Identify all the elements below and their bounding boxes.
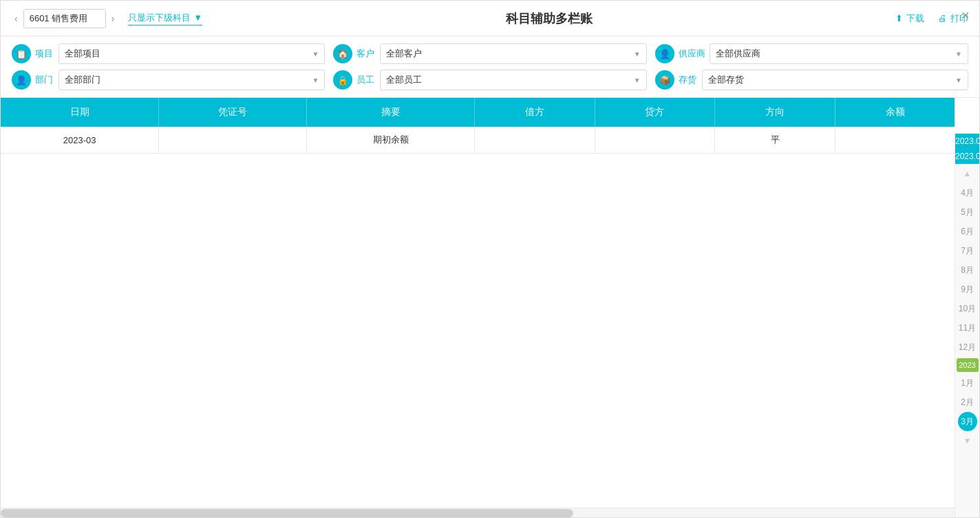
- timeline-month-8[interactable]: 8月: [955, 260, 980, 280]
- project-arrow-icon: ▼: [312, 50, 319, 58]
- customer-value: 全部客户: [386, 48, 422, 60]
- employee-value: 全部员工: [386, 74, 422, 86]
- filter-item-department: 👤 部门 全部部门 ▼: [12, 70, 325, 90]
- supplier-icon: 👤: [655, 44, 674, 63]
- filter-item-customer: 🏠 客户 全部客户 ▼: [333, 43, 646, 64]
- filter-row-1: 📋 项目 全部项目 ▼ 🏠 客户 全部客户 ▼ 👤 供应商: [12, 43, 968, 64]
- timeline-scroll-down[interactable]: ▼: [955, 431, 980, 450]
- employee-icon: 🔒: [333, 70, 352, 90]
- filter-item-supplier: 👤 供应商 全部供应商 ▼: [655, 43, 968, 64]
- cell-6: [835, 127, 955, 154]
- main-window: ✕ ‹ 6601 销售费用 › 只显示下级科目 ▼ 科目辅助多栏账 ⬆ 下载 🖨…: [0, 0, 980, 518]
- page-title: 科目辅助多栏账: [202, 10, 895, 27]
- inventory-value: 全部存货: [708, 74, 744, 86]
- inventory-label: 存货: [679, 74, 698, 86]
- timeline-sidebar: 2023.03 2023.03 ▲ 4月 5月 6月 7月 8月 9月 10月 …: [955, 134, 979, 517]
- timeline-month-12[interactable]: 12月: [955, 338, 980, 357]
- timeline-month-4[interactable]: 4月: [955, 183, 980, 203]
- table-row[interactable]: 2023-03期初余额平: [1, 127, 955, 154]
- table-container: 日期 凭证号 摘要 借方 贷方 方向 余额 2023-03期初余额平: [1, 98, 955, 508]
- timeline-month-11[interactable]: 11月: [955, 318, 980, 338]
- timeline-scroll-up[interactable]: ▲: [955, 164, 980, 183]
- col-credit: 贷方: [595, 98, 715, 127]
- inventory-select[interactable]: 全部存货 ▼: [702, 70, 968, 90]
- supplier-select[interactable]: 全部供应商 ▼: [710, 43, 968, 64]
- download-label: 下载: [906, 12, 924, 25]
- download-icon: ⬆: [895, 13, 903, 23]
- employee-arrow-icon: ▼: [634, 76, 641, 84]
- department-select[interactable]: 全部部门 ▼: [58, 70, 325, 90]
- department-label: 部门: [35, 74, 54, 86]
- show-sub-label: 只显示下级科目: [128, 12, 191, 24]
- col-date: 日期: [1, 98, 159, 127]
- project-select[interactable]: 全部项目 ▼: [58, 43, 325, 64]
- table-header-row: 日期 凭证号 摘要 借方 贷方 方向 余额: [1, 98, 955, 127]
- timeline-month-2[interactable]: 2月: [955, 393, 980, 412]
- filter-item-inventory: 📦 存货 全部存货 ▼: [655, 70, 968, 90]
- cell-0: 2023-03: [1, 127, 159, 154]
- cell-2: 期初余额: [307, 127, 475, 154]
- col-balance: 余额: [835, 98, 955, 127]
- scrollbar-track: [1, 508, 955, 517]
- department-value: 全部部门: [65, 74, 100, 86]
- filter-bar: 📋 项目 全部项目 ▼ 🏠 客户 全部客户 ▼ 👤 供应商: [1, 37, 979, 98]
- timeline-month-5[interactable]: 5月: [955, 203, 980, 222]
- show-sub-button[interactable]: 只显示下级科目 ▼: [128, 12, 202, 25]
- nav-prev-button[interactable]: ‹: [12, 12, 21, 25]
- timeline-month-9[interactable]: 9月: [955, 280, 980, 299]
- scrollbar-thumb[interactable]: [1, 509, 573, 517]
- timeline-top-month-1[interactable]: 2023.03: [955, 134, 979, 149]
- account-code-input[interactable]: 6601 销售费用: [23, 9, 106, 28]
- chevron-down-icon: ▼: [193, 12, 202, 23]
- cell-3: [474, 127, 595, 154]
- customer-icon: 🏠: [333, 44, 352, 63]
- department-arrow-icon: ▼: [312, 76, 319, 84]
- cell-5: 平: [715, 127, 835, 154]
- col-direction: 方向: [715, 98, 835, 127]
- filter-item-project: 📋 项目 全部项目 ▼: [12, 43, 325, 64]
- top-bar: ‹ 6601 销售费用 › 只显示下级科目 ▼ 科目辅助多栏账 ⬆ 下载 🖨 打…: [1, 1, 979, 37]
- cell-4: [595, 127, 715, 154]
- filter-row-2: 👤 部门 全部部门 ▼ 🔒 员工 全部员工 ▼ 📦 存货: [12, 70, 968, 90]
- filter-item-employee: 🔒 员工 全部员工 ▼: [333, 70, 646, 90]
- close-button[interactable]: ✕: [961, 9, 970, 22]
- toolbar-right: ⬆ 下载 🖨 打印: [895, 12, 968, 25]
- timeline-month-3-active[interactable]: 3月: [958, 412, 977, 431]
- cell-1: [159, 127, 307, 154]
- supplier-arrow-icon: ▼: [955, 50, 962, 58]
- print-icon: 🖨: [938, 13, 947, 23]
- timeline-year-badge: 2023: [957, 358, 979, 372]
- project-icon: 📋: [12, 44, 31, 63]
- timeline-top-month-2[interactable]: 2023.03: [955, 149, 979, 164]
- department-icon: 👤: [12, 70, 31, 90]
- horizontal-scrollbar[interactable]: [1, 508, 955, 517]
- project-value: 全部项目: [65, 48, 100, 60]
- inventory-arrow-icon: ▼: [955, 76, 962, 84]
- customer-arrow-icon: ▼: [634, 50, 641, 58]
- customer-select[interactable]: 全部客户 ▼: [380, 43, 646, 64]
- col-voucher: 凭证号: [159, 98, 307, 127]
- timeline-month-10[interactable]: 10月: [955, 299, 980, 318]
- employee-label: 员工: [356, 74, 376, 86]
- nav-next-button[interactable]: ›: [109, 12, 118, 25]
- main-table: 日期 凭证号 摘要 借方 贷方 方向 余额 2023-03期初余额平: [1, 98, 955, 154]
- col-debit: 借方: [474, 98, 595, 127]
- timeline-month-6[interactable]: 6月: [955, 222, 980, 241]
- download-button[interactable]: ⬆ 下载: [895, 12, 924, 25]
- timeline-month-1[interactable]: 1月: [955, 373, 980, 393]
- account-code-text: 6601 销售费用: [30, 13, 88, 23]
- col-summary: 摘要: [307, 98, 475, 127]
- inventory-icon: 📦: [655, 70, 674, 90]
- supplier-label: 供应商: [679, 48, 705, 60]
- project-label: 项目: [35, 48, 54, 60]
- supplier-value: 全部供应商: [716, 48, 760, 60]
- timeline-month-7[interactable]: 7月: [955, 241, 980, 260]
- employee-select[interactable]: 全部员工 ▼: [380, 70, 646, 90]
- customer-label: 客户: [356, 48, 376, 60]
